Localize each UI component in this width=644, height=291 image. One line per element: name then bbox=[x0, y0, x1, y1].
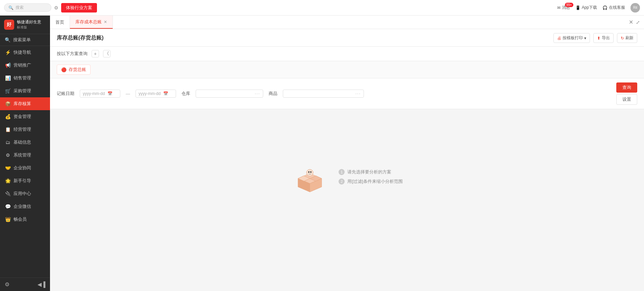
sidebar-item-collab[interactable]: 🤝 企业协同 bbox=[0, 162, 50, 174]
purchase-icon: 🛒 bbox=[5, 88, 11, 94]
sidebar-item-basic[interactable]: 🗂 基础信息 bbox=[0, 136, 50, 149]
panel-close-button[interactable]: ✕ bbox=[629, 19, 633, 25]
finance-label: 资金管理 bbox=[14, 114, 31, 120]
topbar-right: ✉ 消息 99+ 📱 App下载 🎧 在线客服 Rit bbox=[557, 3, 640, 13]
product-label: 商品 bbox=[269, 91, 277, 97]
purchase-label: 采购管理 bbox=[14, 88, 31, 94]
sidebar-item-marketing[interactable]: 📢 营销推广 bbox=[0, 59, 50, 72]
print-label: 按模板打印 bbox=[563, 35, 583, 41]
tip-text-2: 用[过滤]条件来缩小分析范围 bbox=[347, 178, 402, 185]
export-icon: ⬆ bbox=[597, 36, 600, 41]
member-label: 畅会员 bbox=[14, 216, 27, 222]
trial-button[interactable]: 体验行业方案 bbox=[61, 3, 97, 13]
print-dropdown-icon: ▾ bbox=[584, 36, 586, 41]
tab-inventory-cost[interactable]: 库存成本总账 ✕ bbox=[70, 16, 113, 29]
refresh-label: 刷新 bbox=[625, 35, 634, 41]
sidebar-item-member[interactable]: 👑 畅会员 bbox=[0, 213, 50, 226]
collapse-icon[interactable]: ◀▐ bbox=[38, 281, 45, 288]
sidebar-item-system[interactable]: ⚙ 系统管理 bbox=[0, 149, 50, 162]
headset-icon: 🎧 bbox=[602, 5, 608, 10]
scheme-name: 存货总账 bbox=[69, 67, 86, 73]
messages-badge: 99+ bbox=[565, 3, 573, 7]
wechat-icon: 💬 bbox=[5, 204, 11, 209]
svg-point-5 bbox=[306, 169, 313, 176]
filter-add-button[interactable]: + bbox=[92, 50, 99, 57]
user-avatar[interactable]: Rit bbox=[630, 3, 640, 13]
tip-num-2: 2 bbox=[339, 178, 345, 185]
messages-button[interactable]: ✉ 消息 99+ bbox=[557, 5, 570, 10]
date-start-placeholder: yyyy-mm-dd bbox=[83, 91, 105, 96]
online-support-button[interactable]: 🎧 在线客服 bbox=[602, 5, 625, 10]
search-bar[interactable]: 🔍 搜索 bbox=[4, 3, 51, 12]
tab-close-icon[interactable]: ✕ bbox=[104, 20, 107, 24]
sidebar-item-inventory[interactable]: 📦 库存核算 bbox=[0, 97, 50, 110]
date-end-input[interactable]: yyyy-mm-dd 📅 bbox=[135, 90, 176, 98]
export-button[interactable]: ⬆ 导出 bbox=[593, 33, 614, 43]
logo-sub: 标准版 bbox=[17, 25, 41, 30]
print-icon: 🖨 bbox=[557, 36, 561, 41]
sidebar-item-guide[interactable]: 🌟 新手引导 bbox=[0, 174, 50, 187]
tab-home-label: 首页 bbox=[55, 19, 64, 25]
phone-icon: 📱 bbox=[575, 5, 580, 10]
scheme-icon: 🔴 bbox=[61, 67, 67, 72]
member-icon: 👑 bbox=[5, 217, 11, 222]
sidebar-item-wechat[interactable]: 💬 企业微信 bbox=[0, 200, 50, 213]
filter-collapse-button[interactable]: 《 bbox=[103, 50, 110, 57]
sidebar-menu: ⚡ 快捷导航 📢 营销推广 📊 销售管理 🛒 采购管理 📦 库存核算 💰 bbox=[0, 46, 50, 277]
inventory-icon: 📦 bbox=[5, 101, 11, 106]
export-label: 导出 bbox=[602, 35, 610, 41]
tab-home[interactable]: 首页 bbox=[50, 16, 70, 29]
settings-button[interactable]: 设置 bbox=[616, 94, 637, 105]
online-support-label: 在线客服 bbox=[609, 5, 625, 10]
settings-bottom-icon[interactable]: ⚙ bbox=[5, 281, 9, 288]
settings-icon[interactable]: ⚙ bbox=[54, 5, 58, 10]
empty-content: 1 请先选择要分析的方案 2 用[过滤]条件来缩小分析范围 bbox=[291, 160, 402, 194]
sidebar-item-finance[interactable]: 💰 资金管理 bbox=[0, 110, 50, 123]
refresh-button[interactable]: ↻ 刷新 bbox=[617, 33, 637, 43]
app-download-button[interactable]: 📱 App下载 bbox=[575, 5, 597, 10]
warehouse-input[interactable]: ··· bbox=[196, 90, 263, 98]
empty-tips: 1 请先选择要分析的方案 2 用[过滤]条件来缩小分析范围 bbox=[339, 169, 402, 185]
search-form: 记账日期 yyyy-mm-dd 📅 — yyyy-mm-dd 📅 仓库 ··· … bbox=[50, 78, 644, 109]
sidebar-search[interactable]: 🔍 搜索菜单 bbox=[0, 34, 50, 46]
date-end-calendar-icon: 📅 bbox=[163, 91, 168, 96]
logo-icon: 好 bbox=[4, 20, 14, 30]
filter-label: 按以下方案查询 bbox=[57, 51, 88, 57]
sidebar-item-operation[interactable]: 📋 经营管理 bbox=[0, 123, 50, 136]
header-actions: 🖨 按模板打印 ▾ ⬆ 导出 ↻ 刷新 bbox=[553, 33, 637, 43]
operation-icon: 📋 bbox=[5, 127, 11, 132]
scheme-item[interactable]: 🔴 存货总账 bbox=[57, 65, 91, 75]
search-icon: 🔍 bbox=[8, 5, 14, 10]
date-start-input[interactable]: yyyy-mm-dd 📅 bbox=[80, 90, 120, 98]
tab-inventory-cost-label: 库存成本总账 bbox=[75, 19, 102, 25]
page-header: 库存总账(存货总账) 🖨 按模板打印 ▾ ⬆ 导出 ↻ bbox=[50, 29, 644, 47]
quick-nav-label: 快捷导航 bbox=[14, 49, 31, 55]
sidebar-item-sales[interactable]: 📊 销售管理 bbox=[0, 72, 50, 84]
date-end-placeholder: yyyy-mm-dd bbox=[139, 91, 160, 96]
product-input[interactable]: ··· bbox=[283, 90, 364, 98]
date-label: 记账日期 bbox=[57, 91, 74, 97]
basic-label: 基础信息 bbox=[14, 139, 31, 145]
inventory-label: 库存核算 bbox=[14, 101, 31, 107]
page-body: 库存总账(存货总账) 🖨 按模板打印 ▾ ⬆ 导出 ↻ bbox=[50, 29, 644, 291]
tip-item-1: 1 请先选择要分析的方案 bbox=[339, 169, 402, 175]
tip-item-2: 2 用[过滤]条件来缩小分析范围 bbox=[339, 178, 402, 185]
tip-num-1: 1 bbox=[339, 169, 345, 175]
basic-icon: 🗂 bbox=[5, 140, 11, 145]
sidebar-item-app-center[interactable]: 🔌 应用中心 bbox=[0, 187, 50, 200]
warehouse-label: 仓库 bbox=[181, 91, 190, 97]
panel-expand-button[interactable]: ⤢ bbox=[636, 20, 640, 25]
operation-label: 经营管理 bbox=[14, 126, 31, 132]
product-more-icon: ··· bbox=[355, 91, 361, 96]
message-icon: ✉ bbox=[557, 5, 561, 10]
refresh-icon: ↻ bbox=[621, 36, 624, 41]
sidebar-search-label: 搜索菜单 bbox=[13, 37, 31, 43]
sidebar-item-purchase[interactable]: 🛒 采购管理 bbox=[0, 84, 50, 97]
print-button[interactable]: 🖨 按模板打印 ▾ bbox=[553, 33, 590, 43]
search-button[interactable]: 查询 bbox=[616, 82, 637, 93]
page-title: 库存总账(存货总账) bbox=[57, 34, 104, 42]
system-icon: ⚙ bbox=[5, 152, 11, 158]
sidebar-item-quick-nav[interactable]: ⚡ 快捷导航 bbox=[0, 46, 50, 59]
warehouse-more-icon: ··· bbox=[255, 91, 260, 96]
marketing-icon: 📢 bbox=[5, 63, 11, 68]
